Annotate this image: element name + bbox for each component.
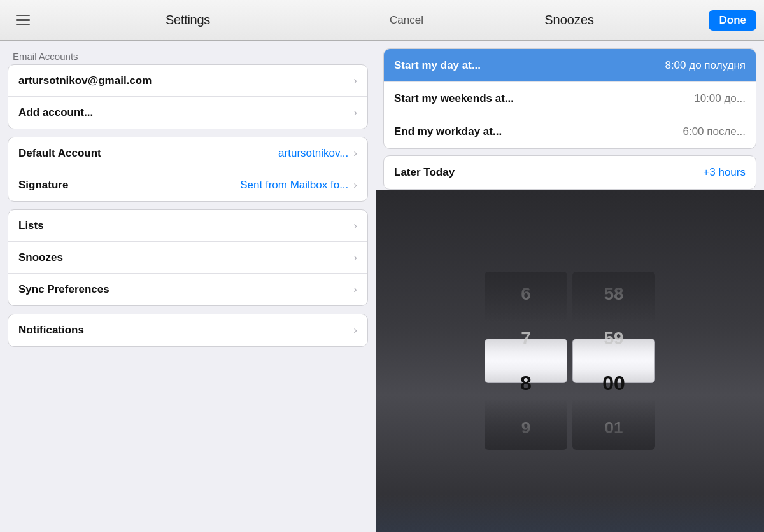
settings-panel: Settings Email Accounts artursotnikov@gm… <box>0 0 376 532</box>
end-workday-label: End my workday at... <box>394 125 502 138</box>
hour-item-6: 6 <box>485 272 567 316</box>
chevron-icon: › <box>353 74 357 87</box>
minutes-column[interactable]: 58 59 00 01 02 <box>572 272 655 450</box>
sync-preferences-row[interactable]: Sync Preferences › <box>8 274 367 305</box>
default-account-row[interactable]: Default Account artursotnikov... › <box>8 137 367 169</box>
cancel-button[interactable]: Cancel <box>383 10 430 31</box>
snoozes-title: Snoozes <box>544 13 594 27</box>
add-account-label: Add account... <box>18 106 353 119</box>
end-workday-row[interactable]: End my workday at... 6:00 после... <box>384 115 756 148</box>
email-accounts-section: Email Accounts artursotnikov@gmail.com ›… <box>8 51 368 129</box>
reflection-overlay <box>376 494 764 532</box>
snooze-times-card: Start my day at... 8:00 до полудня Start… <box>383 48 756 149</box>
hour-item-7: 7 <box>485 316 567 361</box>
snoozes-panel: Cancel Snoozes Done Start my day at... 8… <box>376 0 764 532</box>
sync-preferences-label: Sync Preferences <box>18 283 353 296</box>
time-picker[interactable]: 6 7 8 9 10 58 59 00 01 02 <box>376 190 764 532</box>
done-button[interactable]: Done <box>709 10 756 31</box>
settings-title: Settings <box>166 13 210 27</box>
chevron-icon: › <box>353 179 357 192</box>
later-today-card: Later Today +3 hours <box>383 155 756 190</box>
start-my-day-value: 8:00 до полудня <box>665 59 746 72</box>
settings-header: Settings <box>0 0 376 41</box>
later-today-label: Later Today <box>394 166 455 179</box>
notifications-card: Notifications › <box>8 314 368 347</box>
add-account-row[interactable]: Add account... › <box>8 97 367 129</box>
chevron-icon: › <box>353 106 357 119</box>
settings-content: Email Accounts artursotnikov@gmail.com ›… <box>0 41 376 532</box>
notifications-row[interactable]: Notifications › <box>8 314 367 346</box>
minute-item-59: 59 <box>572 316 655 361</box>
chevron-icon: › <box>353 283 357 296</box>
end-workday-value: 6:00 после... <box>683 125 746 138</box>
gmail-account-row[interactable]: artursotnikov@gmail.com › <box>8 65 367 97</box>
minute-item-58: 58 <box>572 272 655 316</box>
snoozes-row[interactable]: Snoozes › <box>8 242 367 274</box>
chevron-icon: › <box>353 147 357 160</box>
start-weekends-row[interactable]: Start my weekends at... 10:00 до... <box>384 82 756 115</box>
chevron-icon: › <box>353 220 357 232</box>
signature-value: Sent from Mailbox fo... <box>240 179 348 192</box>
minute-item-01: 01 <box>572 405 655 450</box>
later-today-value: +3 hours <box>703 166 746 179</box>
minute-item-00: 00 <box>572 361 655 405</box>
hamburger-button[interactable] <box>10 8 36 33</box>
gmail-account-label: artursotnikov@gmail.com <box>18 74 353 87</box>
minutes-items: 58 59 00 01 02 <box>572 272 655 450</box>
hours-items: 6 7 8 9 10 <box>485 272 567 450</box>
snooze-list: Start my day at... 8:00 до полудня Start… <box>376 41 764 149</box>
default-account-value: artursotnikov... <box>278 147 348 160</box>
snoozes-label: Snoozes <box>18 251 353 264</box>
hour-item-8: 8 <box>485 361 567 405</box>
later-today-row[interactable]: Later Today +3 hours <box>384 156 756 189</box>
picker-wrapper: 6 7 8 9 10 58 59 00 01 02 <box>485 272 655 450</box>
snoozes-header: Cancel Snoozes Done <box>376 0 764 41</box>
hour-item-9: 9 <box>485 405 567 450</box>
lists-label: Lists <box>18 220 353 232</box>
email-accounts-label: Email Accounts <box>8 51 368 64</box>
main-menu-card: Lists › Snoozes › Sync Preferences › <box>8 209 368 306</box>
start-weekends-value: 10:00 до... <box>694 92 746 105</box>
signature-label: Signature <box>18 179 240 192</box>
notifications-label: Notifications <box>18 324 353 337</box>
default-account-label: Default Account <box>18 147 278 160</box>
account-settings-card: Default Account artursotnikov... › Signa… <box>8 137 368 202</box>
start-my-day-label: Start my day at... <box>394 59 481 72</box>
chevron-icon: › <box>353 324 357 337</box>
hours-column[interactable]: 6 7 8 9 10 <box>485 272 567 450</box>
chevron-icon: › <box>353 251 357 264</box>
signature-row[interactable]: Signature Sent from Mailbox fo... › <box>8 169 367 201</box>
start-my-day-row[interactable]: Start my day at... 8:00 до полудня <box>384 49 756 82</box>
start-weekends-label: Start my weekends at... <box>394 92 514 105</box>
email-accounts-card: artursotnikov@gmail.com › Add account...… <box>8 64 368 129</box>
lists-row[interactable]: Lists › <box>8 210 367 242</box>
